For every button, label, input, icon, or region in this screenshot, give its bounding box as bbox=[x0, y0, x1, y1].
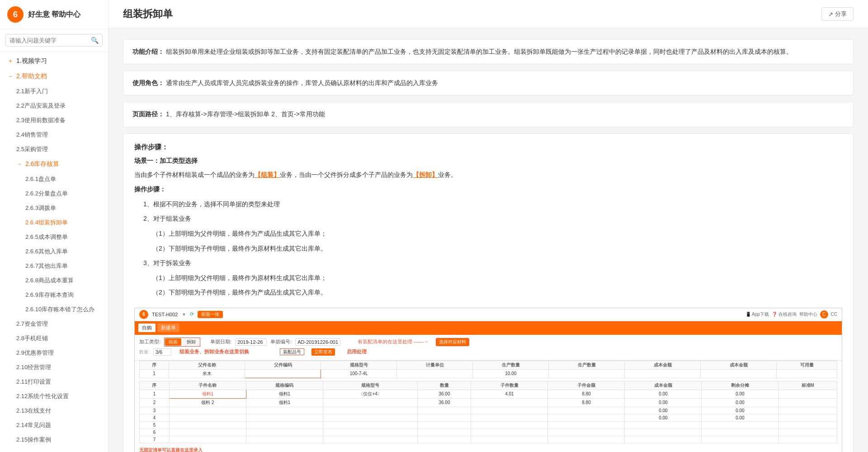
ss-tab-assemble[interactable]: 组装 bbox=[165, 338, 181, 346]
ss-lower-table-area: 序 子件名称 规格编码 规格型号 数量 子件数量 子件金额 成本金额 剩余分摊 bbox=[135, 381, 842, 446]
ss-form-area: 加工类型: 组装 拆卸 单据日期: 2019-12-26 单据编号: AD-20… bbox=[135, 335, 842, 361]
ss-help-center: 帮助中心 bbox=[799, 311, 817, 318]
sidebar-item-docs[interactable]: － 2.帮助文档 bbox=[0, 69, 108, 84]
ss-th-cost: 成本金额 bbox=[625, 361, 701, 369]
ss-fcode-input[interactable] bbox=[245, 369, 321, 378]
ss-logo: 6 bbox=[139, 310, 148, 319]
ann-text2: 组装业务、拆卸业务在这里切换 bbox=[179, 348, 249, 355]
ss-th-prod-qty: 生产数量 bbox=[473, 361, 549, 369]
sidebar-item-video-label: 1.视频学习 bbox=[16, 57, 47, 65]
scenario1-desc: 当由多个子件材料组装成一个成品的业务为【组装】业务，当由一个父件拆分成多个子产品… bbox=[134, 169, 842, 181]
search-area: 🔍 bbox=[0, 29, 108, 52]
search-icon[interactable]: 🔍 bbox=[91, 37, 99, 44]
ss-child-name1: 领料1 bbox=[169, 390, 246, 398]
ss-bom-input[interactable]: 装配品号 bbox=[280, 348, 304, 355]
share-button[interactable]: ↗ 分享 bbox=[821, 7, 854, 21]
sidebar-item-212[interactable]: 2.12系统个性化设置 bbox=[0, 389, 108, 404]
sidebar-item-264[interactable]: 2.6.4组装拆卸单 bbox=[0, 215, 108, 230]
ss-tab-new[interactable]: 新建单 bbox=[157, 324, 179, 332]
ss-subcount-val: 3/6 bbox=[153, 348, 171, 356]
sidebar-item-269[interactable]: 2.6.9库存账本查询 bbox=[0, 288, 108, 302]
ss-type-lbl: 加工类型: bbox=[139, 338, 160, 345]
sidebar-item-21[interactable]: 2.1新手入门 bbox=[0, 84, 108, 99]
ops-steps-title: 操作步骤： bbox=[134, 183, 842, 195]
app-screenshot: 6 TEST-H002 ▼ ⟳ 前面一张 📱 App下载 ❓ 在线咨询 帮助中心… bbox=[134, 308, 842, 452]
ss-tab-mine[interactable]: 自购 bbox=[138, 324, 156, 332]
sidebar-item-211[interactable]: 2.11打印设置 bbox=[0, 375, 108, 389]
ss-th-seq: 序 bbox=[140, 361, 169, 369]
minus-icon-26: － bbox=[16, 160, 23, 168]
sidebar-item-261[interactable]: 2.6.1盘点单 bbox=[0, 172, 108, 186]
ss-upper-table: 序 父件名称 父件编码 规格型号 计量单位 生产数量 生产数量 成本金额 成本金… bbox=[139, 361, 837, 378]
role-block: 使用角色： 通常由生产人员或库管人员完成拆装业务的操作，库管人员确认原材料的出库… bbox=[123, 71, 854, 95]
sidebar-item-268[interactable]: 2.6.8商品成本重算 bbox=[0, 273, 108, 288]
table-row: 7 bbox=[140, 436, 837, 443]
ss-help-icon: ❓ 在线咨询 bbox=[772, 311, 797, 318]
search-box[interactable]: 🔍 bbox=[5, 34, 103, 47]
step1: 1、根据不同的业务，选择不同单据的类型来处理 bbox=[134, 198, 842, 210]
ss-upper-table-area: 序 父件名称 父件编码 规格型号 计量单位 生产数量 生产数量 成本金额 成本金… bbox=[135, 361, 842, 381]
disassemble-highlight: 【拆卸】 bbox=[413, 171, 438, 178]
sidebar-item-24[interactable]: 2.4销售管理 bbox=[0, 128, 108, 142]
plus-icon: ＋ bbox=[7, 57, 14, 65]
step3: 3、对于拆装业务 bbox=[134, 257, 842, 269]
table-row: 6 bbox=[140, 428, 837, 436]
sidebar-item-213[interactable]: 2.13在线支付 bbox=[0, 404, 108, 418]
sidebar-item-263[interactable]: 2.6.3调拨单 bbox=[0, 201, 108, 215]
table-row: 1 米木 100-7-4L 10.00 bbox=[140, 369, 837, 378]
ann-text1: 有装配清单的在这里处理 ——→ bbox=[358, 338, 429, 345]
sidebar: 6 好生意 帮助中心 🔍 ＋ 1.视频学习 － 2.帮助文档 2.1新手入门 2… bbox=[0, 0, 108, 452]
path-text: 1、库存核算->库存管理->组装拆卸单 2、首页->常用功能 bbox=[166, 110, 325, 118]
sidebar-item-docs-label: 2.帮助文档 bbox=[16, 72, 47, 81]
ss-app-icon: 📱 App下载 bbox=[745, 311, 769, 318]
func-intro-block: 功能介绍： 组装拆卸单用来处理企业组装或拆卸等加工业务，支持有固定装配清单的产品… bbox=[123, 39, 854, 64]
sidebar-item-22[interactable]: 2.2产品安装及登录 bbox=[0, 99, 108, 113]
app-title: 好生意 帮助中心 bbox=[28, 10, 80, 19]
ss-nav-bar: 自购 新建单 bbox=[135, 321, 842, 335]
sidebar-item-262[interactable]: 2.6.2分量盘点单 bbox=[0, 186, 108, 201]
sidebar-item-2610[interactable]: 2.6.10库存账本错了怎么办 bbox=[0, 302, 108, 317]
ss-th-fcode: 父件编码 bbox=[245, 361, 321, 369]
ss-username: CC bbox=[831, 312, 837, 317]
ss-lower-table-header: 序 子件名称 规格编码 规格型号 数量 子件数量 子件金额 成本金额 剩余分摊 bbox=[140, 381, 837, 390]
sidebar-item-267[interactable]: 2.6.7其他出库单 bbox=[0, 259, 108, 273]
step2: 2、对于组装业务 bbox=[134, 213, 842, 225]
sidebar-item-265[interactable]: 2.6.5成本调整单 bbox=[0, 230, 108, 244]
main-content: 组装拆卸单 ↗ 分享 功能介绍： 组装拆卸单用来处理企业组装或拆卸等加工业务，支… bbox=[108, 0, 868, 452]
ss-tab-disassemble[interactable]: 拆卸 bbox=[183, 338, 199, 346]
sidebar-item-video[interactable]: ＋ 1.视频学习 bbox=[0, 53, 108, 69]
share-icon: ↗ bbox=[828, 11, 833, 18]
main-header: 组装拆卸单 ↗ 分享 bbox=[108, 0, 868, 29]
ss-form-row1: 加工类型: 组装 拆卸 单据日期: 2019-12-26 单据编号: AD-20… bbox=[139, 338, 837, 347]
sidebar-item-28[interactable]: 2.8手机旺铺 bbox=[0, 331, 108, 346]
ss-topbar-right: 📱 App下载 ❓ 在线咨询 帮助中心 C CC bbox=[745, 310, 837, 319]
sidebar-item-29[interactable]: 2.9优惠券管理 bbox=[0, 346, 108, 360]
screenshot-wrapper: 6 TEST-H002 ▼ ⟳ 前面一张 📱 App下载 ❓ 在线咨询 帮助中心… bbox=[134, 308, 842, 452]
search-input[interactable] bbox=[9, 37, 91, 44]
ss-confirm-btn[interactable]: 立即发布 bbox=[311, 348, 335, 356]
minus-icon: － bbox=[7, 72, 14, 81]
nav-section: ＋ 1.视频学习 － 2.帮助文档 2.1新手入门 2.2产品安装及登录 2.3… bbox=[0, 52, 108, 449]
ss-bom-btn[interactable]: 选择对应材料 bbox=[436, 338, 469, 346]
sidebar-item-210[interactable]: 2.10经营管理 bbox=[0, 360, 108, 375]
ss-th-fname: 父件名称 bbox=[169, 361, 245, 369]
sidebar-item-26[interactable]: － 2.6库存核算 bbox=[0, 157, 108, 172]
sidebar-item-214[interactable]: 2.14常见问题 bbox=[0, 418, 108, 433]
ss-order-lbl: 单据编号: bbox=[270, 338, 292, 345]
table-row: 5 bbox=[140, 421, 837, 428]
role-label: 使用角色： bbox=[132, 79, 164, 86]
ss-topbar: 6 TEST-H002 ▼ ⟳ 前面一张 📱 App下载 ❓ 在线咨询 帮助中心… bbox=[135, 308, 842, 321]
step3-2: （2）下部明细为子件明细，最终作为产成品生成其它入库单。 bbox=[134, 286, 842, 299]
sidebar-item-23[interactable]: 2.3使用前数据准备 bbox=[0, 113, 108, 128]
sidebar-item-266[interactable]: 2.6.6其他入库单 bbox=[0, 244, 108, 259]
ss-prev-btn[interactable]: 前面一张 bbox=[198, 311, 223, 318]
func-intro-label: 功能介绍： bbox=[132, 48, 164, 55]
ss-type-tabs: 组装 拆卸 bbox=[164, 338, 200, 347]
logo-area: 6 好生意 帮助中心 bbox=[0, 0, 108, 29]
ann-text3: 启用处理 bbox=[347, 348, 367, 355]
sidebar-item-25[interactable]: 2.5采购管理 bbox=[0, 142, 108, 157]
ss-form-row2: 数量: 3/6 组装业务、拆卸业务在这里切换 装配品号 立即发布 启用处理 bbox=[139, 348, 837, 356]
sidebar-item-27[interactable]: 2.7资金管理 bbox=[0, 317, 108, 331]
ss-th-avail: 可用量 bbox=[777, 361, 837, 369]
sidebar-item-215[interactable]: 2.15操作案例 bbox=[0, 433, 108, 447]
